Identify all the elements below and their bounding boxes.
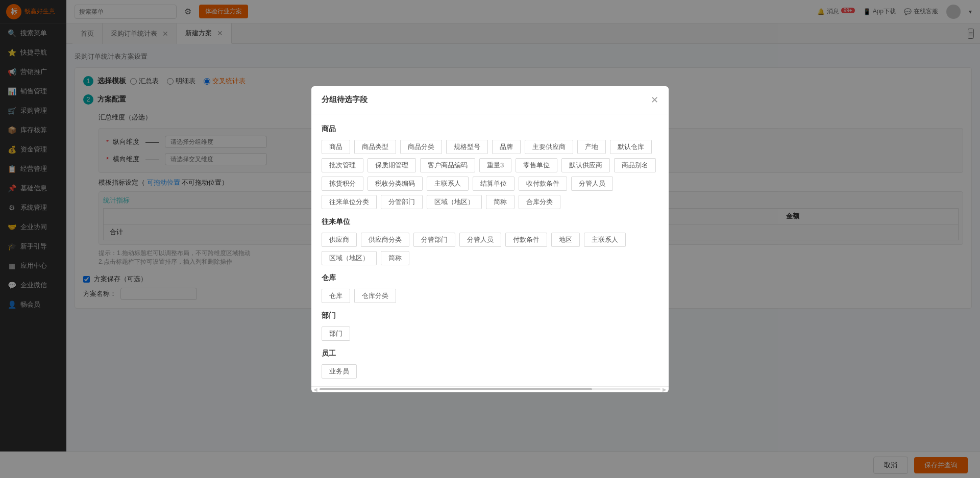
field-grid-dept: 部门 [322,326,658,341]
field-tag-g26[interactable]: 合库分类 [519,195,560,209]
modal-header: 分组待选字段 ✕ [311,86,669,114]
field-tag-g20[interactable]: 收付款条件 [519,177,567,191]
field-tag-g18[interactable]: 主联系人 [427,177,469,191]
field-tag-p1[interactable]: 供应商 [322,233,357,247]
field-tag-g16[interactable]: 拣货积分 [322,177,363,191]
field-tag-g5[interactable]: 品牌 [492,140,521,154]
field-tag-g17[interactable]: 税收分类编码 [368,177,423,191]
field-tag-p3[interactable]: 分管部门 [413,233,455,247]
field-tag-g24[interactable]: 区域（地区） [427,195,482,209]
field-tag-g21[interactable]: 分管人员 [571,177,613,191]
field-tag-g2[interactable]: 商品类型 [354,140,396,154]
field-tag-e1[interactable]: 业务员 [322,364,357,379]
field-tag-g25[interactable]: 简称 [486,195,514,209]
field-tag-p8[interactable]: 区域（地区） [322,251,377,265]
modal-close-button[interactable]: ✕ [651,94,658,106]
modal-title: 分组待选字段 [322,95,368,105]
field-grid-employee: 业务员 [322,364,658,379]
field-grid-goods: 商品商品类型商品分类规格型号品牌主要供应商产地默认仓库批次管理保质期管理客户商品… [322,140,658,209]
field-tag-p5[interactable]: 付款条件 [505,233,547,247]
modal-overlay: 分组待选字段 ✕ 商品商品商品类型商品分类规格型号品牌主要供应商产地默认仓库批次… [0,0,980,478]
modal-hscroll[interactable]: ◀ ▶ [311,386,669,392]
section-title-dept: 部门 [322,311,658,320]
field-tag-p7[interactable]: 主联系人 [584,233,626,247]
section-title-warehouse: 仓库 [322,273,658,283]
field-tag-g8[interactable]: 默认仓库 [610,140,652,154]
field-tag-g11[interactable]: 客户商品编码 [420,158,475,172]
field-grid-partner: 供应商供应商分类分管部门分管人员付款条件地区主联系人区域（地区）简称 [322,233,658,265]
section-title-partner: 往来单位 [322,217,658,227]
field-tag-g13[interactable]: 零售单位 [516,158,557,172]
field-tag-g22[interactable]: 往来单位分类 [322,195,377,209]
field-tag-g6[interactable]: 主要供应商 [525,140,573,154]
field-tag-p6[interactable]: 地区 [551,233,580,247]
field-tag-w2[interactable]: 仓库分类 [354,289,396,303]
modal-body[interactable]: 商品商品商品类型商品分类规格型号品牌主要供应商产地默认仓库批次管理保质期管理客户… [311,114,669,386]
field-tag-g3[interactable]: 商品分类 [400,140,442,154]
field-tag-g19[interactable]: 结算单位 [473,177,514,191]
field-tag-w1[interactable]: 仓库 [322,289,350,303]
field-tag-g23[interactable]: 分管部门 [381,195,423,209]
field-tag-g9[interactable]: 批次管理 [322,158,363,172]
field-tag-d1[interactable]: 部门 [322,326,350,341]
field-tag-p4[interactable]: 分管人员 [459,233,501,247]
field-tag-g4[interactable]: 规格型号 [446,140,488,154]
field-tag-g12[interactable]: 重量3 [479,158,511,172]
modal: 分组待选字段 ✕ 商品商品商品类型商品分类规格型号品牌主要供应商产地默认仓库批次… [311,86,669,392]
field-tag-g10[interactable]: 保质期管理 [368,158,416,172]
field-tag-g1[interactable]: 商品 [322,140,350,154]
section-title-goods: 商品 [322,124,658,134]
field-tag-g7[interactable]: 产地 [577,140,606,154]
field-tag-g15[interactable]: 商品别名 [614,158,656,172]
field-tag-g14[interactable]: 默认供应商 [561,158,610,172]
section-title-employee: 员工 [322,349,658,358]
field-tag-p9[interactable]: 简称 [381,251,409,265]
field-tag-p2[interactable]: 供应商分类 [361,233,409,247]
field-grid-warehouse: 仓库仓库分类 [322,289,658,303]
